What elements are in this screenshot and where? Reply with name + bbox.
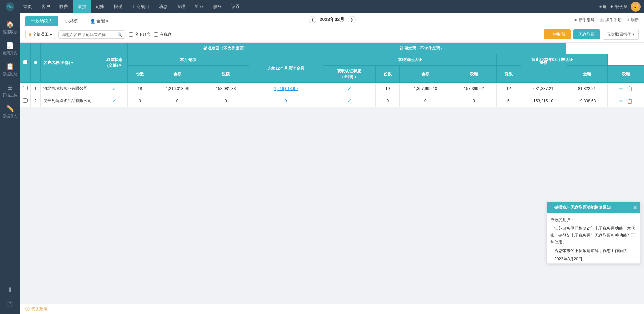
sidebar-item-invoice-summary[interactable]: 📋 票据汇总 [0,59,20,80]
toolbar: 全部员工 ▾ 🔍 名下账套 有税盘 一键取票 无盘取票 无盘取票操作 ▾ [20,26,644,43]
sidebar-item-scan-upload[interactable]: 🖨 扫描上传 [0,80,20,101]
sidebar-item-help[interactable]: ? [0,297,20,311]
checkbox-tax-disk-input[interactable] [154,32,158,37]
row1-index: 1 [31,83,41,95]
nav-tax[interactable]: 报税 [109,0,127,13]
nav-service[interactable]: 服务 [208,0,226,13]
nav-business[interactable]: 工商项目 [127,0,154,13]
manual-btn[interactable]: 📖 操作手册 [599,17,622,23]
filter-dot [29,33,31,36]
row1-purchase-status: ✓ [323,83,375,95]
refresh-btn[interactable]: ↺ 刷新 [626,17,639,23]
employee-filter[interactable]: 全部员工 ▾ [25,30,55,39]
row1-uncertified-amount: 631,337.21 [521,83,566,95]
download-icon: ⬇ [7,286,13,294]
header-status: 取票状态(全部) ▾ [101,43,128,83]
header-sales-count: 份数 [128,66,152,83]
nav-message[interactable]: 消息 [154,0,172,13]
check-icon: ✓ [347,98,352,104]
header-purchase-status: 获取认证状态(全部) ▾ [323,66,375,83]
row2-cumulative[interactable]: 0 [249,95,323,107]
footer-text[interactable]: 税务政策 [31,306,47,312]
edit-icon[interactable]: ✏ [619,86,623,91]
select-all-checkbox[interactable] [23,60,28,64]
header-uncertified-tax: 税额 [608,66,644,83]
tab-all[interactable]: 👤 全能 ▾ [85,16,114,26]
smart-ticket-icon: 🏠 [6,20,14,28]
top-nav: 首页 客户 收费 票据 记账 报税 工商项目 消息 管理 经营 服务 设置 ⛶ … [0,0,644,13]
footer-info-icon: ⓘ [25,306,30,312]
table-row: 1 河北柯瑞核实业有限公司 ✓ 18 1,216,013.99 158,081.… [20,83,644,95]
sidebar-item-label: 票据录入 [3,114,17,119]
notification-text1: 江苏政务网已恢复访问电子税务局功能，意代账一键登陆电子税务局与无盘取票相关功能可… [550,225,637,245]
notification-text2: 给您带来的不便敬请谅解，祝您工作愉快！ [550,247,637,254]
notification-body: 尊敬的用户： 江苏政务网已恢复访问电子税务局功能，意代账一键登陆电子税务局与无盘… [547,213,640,263]
diskless-ticket-btn[interactable]: 无盘取票 [573,29,600,39]
row1-uncertified-count: 12 [496,83,521,95]
sidebar-item-label: 发票开具 [3,51,17,56]
notification-header: 一键报税与无盘取票功能恢复通知 ✕ [547,202,640,213]
tab-general-taxpayer[interactable]: 一般纳税人 [25,16,58,26]
nav-fee[interactable]: 收费 [55,0,73,13]
one-click-ticket-btn[interactable]: 一键取票 [544,29,571,39]
sidebar-item-label: 智能取票 [3,29,17,35]
diskless-ops-btn[interactable]: 无盘取票操作 ▾ [603,29,639,40]
table-row: 2 灵寿县尚泽矿产品有限公司 ✓ 0 0 0 0 ✓ 0 0 0 6 153,2… [20,95,644,107]
sidebar-item-smart-ticket[interactable]: 🏠 智能取票 [0,17,20,38]
checkbox-account[interactable]: 名下账套 [129,32,151,37]
row2-checkbox[interactable] [20,95,31,107]
search-input[interactable] [61,32,117,37]
sidebar-item-download[interactable]: ⬇ [0,282,20,297]
row1-cumulative[interactable]: 1,216,013.99 [249,83,323,95]
sidebar-item-invoice-open[interactable]: 📄 发票开具 [0,38,20,59]
search-wrapper[interactable]: 🔍 [58,30,125,39]
nav-accounting[interactable]: 记账 [91,0,109,13]
tab-small-scale[interactable]: 小规模 [59,16,83,26]
invoice-table: ⚙ 客户名称(全部) ▾ 取票状态(全部) ▾ 销项发票（不含作废票） 进项发票… [20,43,644,107]
nav-manage[interactable]: 管理 [172,0,190,13]
row1-checkbox[interactable] [20,83,31,95]
invoice-entry-icon: ✏️ [6,104,14,112]
search-icon[interactable]: 🔍 [117,32,122,37]
next-month-btn[interactable]: ❯ [348,16,355,23]
invoice-open-icon: 📄 [6,41,14,49]
header-purchase-tax: 税额 [451,66,496,83]
checkbox-account-input[interactable] [129,32,133,37]
row1-purchase-tax: 157,399.62 [451,83,496,95]
sidebar-item-invoice-entry[interactable]: ✏️ 票据录入 [0,101,20,122]
check-icon: ✓ [112,86,116,91]
guide-btn[interactable]: ★ 新手引导 [574,17,595,23]
avatar[interactable]: 🐱 [631,2,641,12]
row2-name: 灵寿县尚泽矿产品有限公司 [41,95,101,107]
table-container: ⚙ 客户名称(全部) ▾ 取票状态(全部) ▾ 销项发票（不含作废票） 进项发票… [20,43,644,107]
header-sales-tax: 税额 [203,66,249,83]
header-month-sales: 本月销项 [128,54,249,66]
sidebar: 🏠 智能取票 📄 发票开具 📋 票据汇总 🖨 扫描上传 ✏️ 票据录入 ⬇ ? [0,13,20,314]
row2-sales-tax: 0 [203,95,249,107]
row1-sales-tax: 158,081.83 [203,83,249,95]
row2-purchase-amount: 0 [400,95,451,107]
row2-sales-amount: 0 [152,95,203,107]
row2-uncertified-count: 6 [496,95,521,107]
prev-month-btn[interactable]: ❮ [309,16,316,23]
footer-bar: ⓘ 税务政策 [20,304,644,314]
nav-home[interactable]: 首页 [18,0,37,13]
notification-popup: 一键报税与无盘取票功能恢复通知 ✕ 尊敬的用户： 江苏政务网已恢复访问电子税务局… [547,202,641,264]
header-sales-amount: 金额 [152,66,203,83]
header-purchase-count: 份数 [376,66,400,83]
row1-sales-count: 18 [128,83,152,95]
header-sales-group: 销项发票（不含作废票） [128,43,323,54]
nav-customer[interactable]: 客户 [37,0,55,13]
fullscreen-btn[interactable]: ⛶ 全屏 [593,4,606,10]
header-not-certified: 截止2023年03月未认证 [496,54,607,66]
notification-close-btn[interactable]: ✕ [633,205,637,210]
nav-settings[interactable]: 设置 [226,0,245,13]
edit-icon[interactable]: ✏ [619,98,623,104]
view-icon[interactable]: 📋 [627,86,632,91]
member-btn[interactable]: ▶ 畅会员 [610,4,627,10]
view-icon[interactable]: 📋 [627,98,632,104]
header-this-period: 本税期已认证 [323,54,496,66]
nav-invoice[interactable]: 票据 [73,0,91,13]
checkbox-tax-disk[interactable]: 有税盘 [154,32,172,37]
nav-operation[interactable]: 经营 [190,0,208,13]
